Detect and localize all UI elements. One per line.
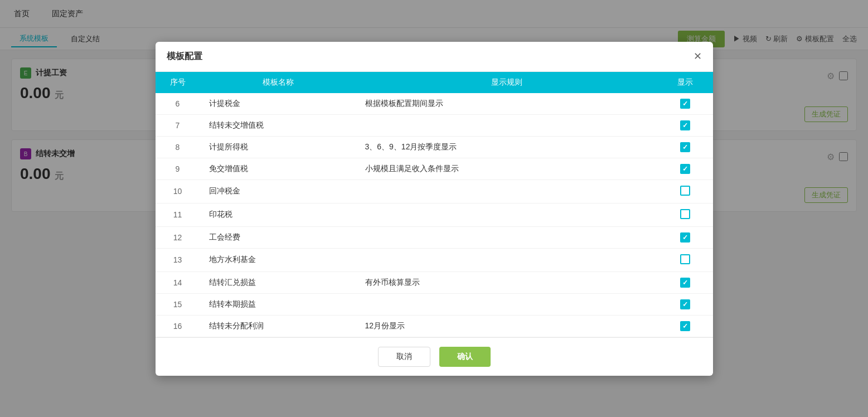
- checkbox-8[interactable]: [680, 142, 690, 152]
- row-check-16[interactable]: [657, 315, 713, 337]
- row-check-7[interactable]: [657, 114, 713, 136]
- row-name-12: 工会经费: [200, 226, 356, 248]
- row-name-10: 回冲税金: [200, 180, 356, 203]
- row-index-14: 14: [156, 271, 200, 293]
- row-rule-6: 根据模板配置期间显示: [356, 93, 657, 115]
- table-row: 6计提税金根据模板配置期间显示: [156, 93, 713, 115]
- row-name-9: 免交增值税: [200, 158, 356, 180]
- table-body: 6计提税金根据模板配置期间显示7结转未交增值税8计提所得税3、6、9、12月按季…: [156, 93, 713, 337]
- checkbox-7[interactable]: [680, 120, 690, 130]
- modal-header: 模板配置 ✕: [156, 42, 713, 72]
- row-index-7: 7: [156, 114, 200, 136]
- table-row: 15结转本期损益: [156, 293, 713, 315]
- row-name-13: 地方水利基金: [200, 248, 356, 271]
- modal-close-button[interactable]: ✕: [694, 51, 702, 61]
- table-row: 8计提所得税3、6、9、12月按季度显示: [156, 136, 713, 158]
- col-header-display: 显示: [657, 72, 713, 93]
- config-table: 序号 模板名称 显示规则 显示 6计提税金根据模板配置期间显示7结转未交增值税8…: [156, 72, 713, 337]
- row-check-8[interactable]: [657, 136, 713, 158]
- checkbox-16[interactable]: [680, 321, 690, 331]
- row-check-15[interactable]: [657, 293, 713, 315]
- row-check-11[interactable]: [657, 203, 713, 226]
- row-name-6: 计提税金: [200, 93, 356, 115]
- row-check-14[interactable]: [657, 271, 713, 293]
- checkbox-14[interactable]: [680, 278, 690, 288]
- modal-body: 序号 模板名称 显示规则 显示 6计提税金根据模板配置期间显示7结转未交增值税8…: [156, 72, 713, 337]
- row-index-16: 16: [156, 315, 200, 337]
- table-container: 序号 模板名称 显示规则 显示 6计提税金根据模板配置期间显示7结转未交增值税8…: [156, 72, 713, 337]
- template-config-modal: 模板配置 ✕ 序号 模板名称 显示规则 显示 6计提税金根据模板配置期间显: [156, 42, 713, 376]
- row-rule-13: [356, 248, 657, 271]
- row-rule-12: [356, 226, 657, 248]
- row-rule-15: [356, 293, 657, 315]
- row-name-14: 结转汇兑损益: [200, 271, 356, 293]
- checkbox-12[interactable]: [680, 232, 690, 243]
- cancel-button[interactable]: 取消: [378, 347, 430, 367]
- table-row: 10回冲税金: [156, 180, 713, 203]
- row-index-11: 11: [156, 203, 200, 226]
- row-name-16: 结转未分配利润: [200, 315, 356, 337]
- row-name-7: 结转未交增值税: [200, 114, 356, 136]
- row-index-9: 9: [156, 158, 200, 180]
- row-rule-7: [356, 114, 657, 136]
- row-rule-11: [356, 203, 657, 226]
- row-index-10: 10: [156, 180, 200, 203]
- modal-title: 模板配置: [167, 51, 202, 62]
- row-check-10[interactable]: [657, 180, 713, 203]
- row-rule-8: 3、6、9、12月按季度显示: [356, 136, 657, 158]
- row-index-6: 6: [156, 93, 200, 115]
- col-header-name: 模板名称: [200, 72, 356, 93]
- row-rule-14: 有外币核算显示: [356, 271, 657, 293]
- row-index-13: 13: [156, 248, 200, 271]
- table-row: 16结转未分配利润12月份显示: [156, 315, 713, 337]
- table-row: 14结转汇兑损益有外币核算显示: [156, 271, 713, 293]
- confirm-button[interactable]: 确认: [439, 347, 491, 367]
- table-row: 13地方水利基金: [156, 248, 713, 271]
- modal-overlay: 模板配置 ✕ 序号 模板名称 显示规则 显示 6计提税金根据模板配置期间显: [0, 0, 868, 417]
- checkbox-15[interactable]: [680, 299, 690, 309]
- row-name-8: 计提所得税: [200, 136, 356, 158]
- row-index-8: 8: [156, 136, 200, 158]
- row-name-15: 结转本期损益: [200, 293, 356, 315]
- row-rule-9: 小规模且满足收入条件显示: [356, 158, 657, 180]
- row-check-13[interactable]: [657, 248, 713, 271]
- checkbox-11[interactable]: [680, 209, 690, 219]
- checkbox-9[interactable]: [680, 164, 690, 174]
- row-rule-16: 12月份显示: [356, 315, 657, 337]
- row-rule-10: [356, 180, 657, 203]
- table-header-row: 序号 模板名称 显示规则 显示: [156, 72, 713, 93]
- col-header-rule: 显示规则: [356, 72, 657, 93]
- row-index-15: 15: [156, 293, 200, 315]
- col-header-index: 序号: [156, 72, 200, 93]
- checkbox-10[interactable]: [680, 186, 690, 196]
- row-check-6[interactable]: [657, 93, 713, 115]
- row-check-9[interactable]: [657, 158, 713, 180]
- row-index-12: 12: [156, 226, 200, 248]
- table-row: 11印花税: [156, 203, 713, 226]
- checkbox-13[interactable]: [680, 254, 690, 264]
- modal-footer: 取消 确认: [156, 337, 713, 376]
- table-row: 9免交增值税小规模且满足收入条件显示: [156, 158, 713, 180]
- checkbox-6[interactable]: [680, 99, 690, 109]
- row-name-11: 印花税: [200, 203, 356, 226]
- table-row: 7结转未交增值税: [156, 114, 713, 136]
- row-check-12[interactable]: [657, 226, 713, 248]
- table-row: 12工会经费: [156, 226, 713, 248]
